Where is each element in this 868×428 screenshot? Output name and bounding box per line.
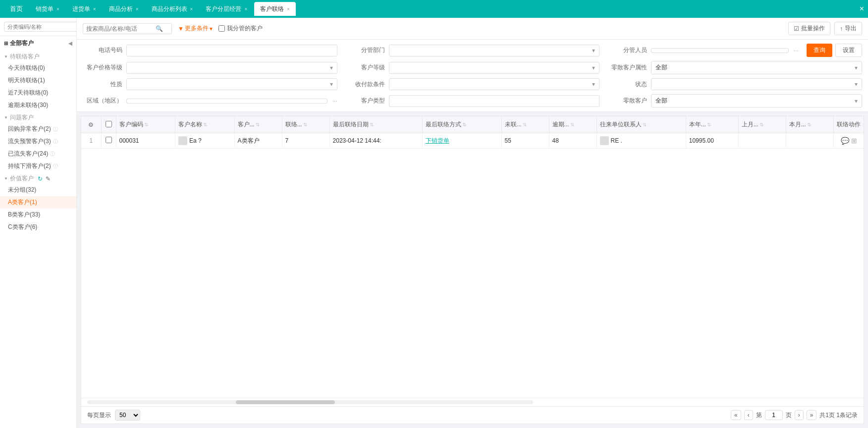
filter-select-status[interactable]: ▾ [651,78,862,90]
th-gear[interactable]: ⚙ [81,116,101,133]
filter-input-customer-type[interactable] [389,95,600,107]
last-page-button[interactable]: » [807,410,817,420]
name-avatar [178,136,187,145]
page-number-input[interactable] [765,410,783,420]
filter-select-payment[interactable]: ▾ [389,78,600,90]
th-current-year[interactable]: 本年... ⇅ [686,116,738,133]
nav-tab-customer-contact[interactable]: 客户联络 × [254,2,296,16]
nav-tab-customer-tier[interactable]: 客户分层经营 × [200,2,253,16]
sidebar-group-pending: ▼ 待联络客户 [0,51,76,62]
sidebar-item-churn-warning[interactable]: 流失预警客户(3) ⓘ [0,135,76,148]
batch-operation-button[interactable]: ☑ 批量操作 [788,22,830,35]
filter-input-phone[interactable] [126,45,337,56]
filter-label-payment: 收付款条件 [345,80,385,89]
my-customer-checkbox-area[interactable]: 我分管的客户 [218,24,263,33]
prev-page-button[interactable]: ‹ [744,410,753,420]
th-level[interactable]: 客户... ⇅ [234,116,282,133]
th-contact-count[interactable]: 联络... ⇅ [282,116,329,133]
horizontal-scrollbar-thumb[interactable] [236,400,335,404]
th-code[interactable]: 客户编码 ⇅ [116,116,175,133]
nav-tab-product-analysis-list-close[interactable]: × [190,6,193,12]
filter-search-icon[interactable]: 🔍 [156,25,163,32]
th-contact-person[interactable]: 往来单位联系人 ⇅ [597,116,686,133]
nav-tab-purchase-close[interactable]: × [93,6,96,12]
chevron-down-icon3: ▾ [592,64,595,71]
filter-select-price-tier[interactable]: ▾ [126,62,337,74]
sidebar-group-value: ▼ 价值客户 ↻ ✎ [0,172,76,184]
sidebar-item-today-pending[interactable]: 今天待联络(0) [0,62,76,74]
sidebar-item-repurchase-abnormal[interactable]: 回购异常客户(2) ⓘ [0,123,76,135]
th-last-contact-date[interactable]: 最后联络日期 ⇅ [329,116,422,133]
my-customer-checkbox[interactable] [218,25,225,32]
export-label: 导出 [845,24,857,33]
nav-tab-sales[interactable]: 销货单 × [30,2,65,16]
nav-close-all-button[interactable]: × [860,4,864,13]
nav-home-tab[interactable]: 首页 [4,4,29,13]
triangle-icon: ▼ [4,54,8,59]
sidebar-item-a-class[interactable]: A类客户(1) [0,196,76,209]
row-not-contacted-value: 55 [505,137,511,144]
nav-tab-product-analysis-list[interactable]: 商品分析列表 × [146,2,199,16]
sidebar-item-churned[interactable]: 已流失客户(24) ⓘ [0,148,76,160]
more-filter-button[interactable]: ▼ 更多条件 ▾ [178,24,213,33]
table-scroll-area[interactable]: ⚙ 客户编码 ⇅ [81,116,864,398]
filter-select-customer-tier[interactable]: ▾ [389,62,600,74]
scrollbar-area[interactable] [81,398,864,406]
filter-select-manager[interactable] [651,48,789,53]
gear-icon[interactable]: ⚙ [88,121,94,128]
th-not-contacted[interactable]: 未联... ⇅ [501,116,549,133]
filter-dots-manager[interactable]: ··· [794,47,799,54]
edit-group-icon[interactable]: ✎ [46,175,51,182]
row-contact-person-value: RE . [611,137,622,144]
first-page-button[interactable]: « [731,410,741,420]
th-overdue[interactable]: 逾期... ⇅ [549,116,597,133]
filter-select-region[interactable] [126,99,327,104]
cell-check[interactable] [101,133,116,149]
sidebar-collapse-button[interactable]: ◀ [68,41,72,46]
cell-level: A类客户 [234,133,282,149]
sidebar-search-input[interactable] [4,22,77,32]
sidebar-item-unclassified[interactable]: 未分组(32) [0,184,76,196]
export-button[interactable]: ↑ 导出 [834,22,862,35]
sidebar-item-b-class[interactable]: B类客户(33) [0,209,76,221]
settings-button[interactable]: 设置 [835,44,862,57]
filter-select-retail-customer[interactable]: 全部 ▾ [651,94,862,107]
th-name[interactable]: 客户名称 ⇅ [175,116,235,133]
nav-tab-customer-contact-close[interactable]: × [287,6,290,12]
row-checkbox[interactable] [106,137,112,143]
nav-tab-purchase-label: 进货单 [72,5,90,13]
th-current-month[interactable]: 本月... ⇅ [786,116,833,133]
query-button[interactable]: 查询 [807,44,832,57]
filter-select-retail-attr[interactable]: 全部 ▾ [651,61,862,74]
th-last-month[interactable]: 上月... ⇅ [738,116,786,133]
refresh-icon[interactable]: ↻ [38,175,43,182]
filter-select-dept[interactable]: ▾ [389,45,600,56]
per-page-select[interactable]: 50 100 200 [115,410,140,421]
horizontal-scrollbar-track[interactable] [87,400,533,404]
chat-icon[interactable]: 💬 [841,137,849,145]
th-checkbox[interactable] [101,116,116,133]
cell-name: Ea ? [175,133,235,149]
filter-search-input[interactable] [86,25,156,32]
filter-select-nature[interactable]: ▾ [126,78,337,90]
nav-tab-product-analysis[interactable]: 商品分析 × [103,2,145,16]
filter-dots-region[interactable]: ··· [332,98,337,105]
sidebar-item-c-class[interactable]: C类客户(6) [0,221,76,233]
nav-tab-sales-close[interactable]: × [56,6,59,12]
info-icon-churn-warning: ⓘ [53,138,58,145]
sidebar-item-overdue-pending[interactable]: 逾期未联络(30) [0,99,76,111]
qr-icon[interactable]: ⊞ [851,137,857,145]
sidebar-item-tomorrow-pending[interactable]: 明天待联络(1) [0,74,76,87]
nav-tab-purchase[interactable]: 进货单 × [66,2,102,16]
select-all-checkbox[interactable] [106,121,112,127]
next-page-button[interactable]: › [795,410,804,420]
row-last-contact-method-link[interactable]: 下销货单 [426,137,449,144]
nav-tab-customer-tier-close[interactable]: × [244,6,247,12]
sidebar-item-declining[interactable]: 持续下滑客户(2) ⓘ [0,160,76,172]
nav-tab-product-analysis-close[interactable]: × [136,6,139,12]
sidebar-all-customers-header[interactable]: ⊞ 全部客户 ◀ [0,36,76,51]
grid-icon: ⊞ [4,41,8,46]
th-last-contact-method[interactable]: 最后联络方式 ⇅ [422,116,501,133]
cell-last-contact-method[interactable]: 下销货单 [422,133,501,149]
sidebar-item-7day-pending[interactable]: 近7天待联络(0) [0,87,76,99]
